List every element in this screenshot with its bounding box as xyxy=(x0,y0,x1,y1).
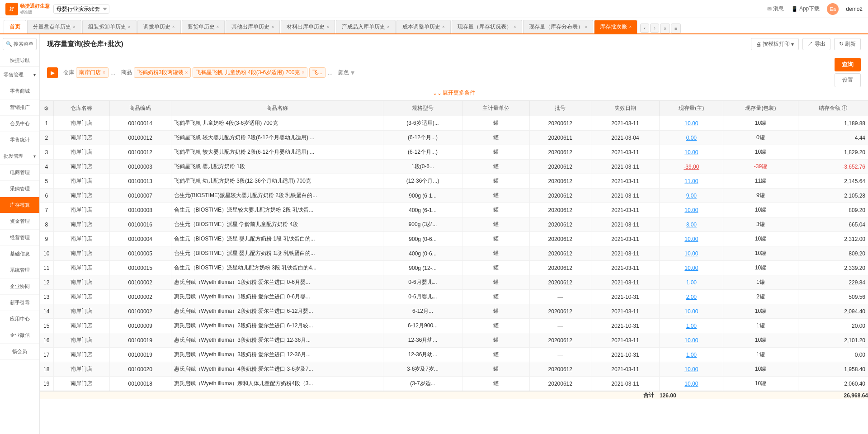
row-qty-main[interactable]: 2.00 xyxy=(660,290,723,304)
close-icon[interactable]: × xyxy=(585,24,588,29)
sidebar-item-jing-ying[interactable]: 经营管理 xyxy=(0,230,39,246)
settings-button[interactable]: 设置 xyxy=(835,73,861,87)
nav-prev-button[interactable]: ‹ xyxy=(640,24,649,33)
more-warehouses-button[interactable]: … xyxy=(110,70,116,76)
sidebar-item-chang-hui[interactable]: 畅会员 xyxy=(0,344,39,360)
nav-next-button[interactable]: › xyxy=(650,24,659,33)
sidebar-item-ling-shou[interactable]: 零售管理 ▾ xyxy=(0,67,39,83)
row-qty-pkg: 2罐 xyxy=(723,290,798,304)
row-qty-main[interactable]: 10.00 xyxy=(660,304,723,319)
tab-xian-cun-ku[interactable]: 现存量（库存状况表） × xyxy=(452,20,522,33)
product-tag-2[interactable]: 飞鹤星飞帆 儿童奶粉 4段(3-6岁适用) 700克 × xyxy=(193,67,307,78)
message-button[interactable]: ✉ 消息 xyxy=(767,5,784,13)
row-qty-main[interactable]: 1.00 xyxy=(660,319,723,333)
filter-expand-left-button[interactable]: ▶ xyxy=(47,67,58,78)
nav-close-all-button[interactable]: × xyxy=(660,24,670,33)
row-qty-main[interactable]: 10.00 xyxy=(660,246,723,261)
row-qty-main[interactable]: 10.00 xyxy=(660,377,723,392)
remove-product-icon[interactable]: × xyxy=(302,70,304,75)
quick-nav-button[interactable]: 快捷导航 xyxy=(0,54,39,67)
sidebar-search-section: 🔍 搜索菜单 xyxy=(0,34,39,54)
app-download-button[interactable]: 📱 App下载 xyxy=(791,5,820,13)
close-icon[interactable]: × xyxy=(442,24,445,29)
close-icon[interactable]: × xyxy=(217,24,219,29)
remove-warehouse-icon[interactable]: × xyxy=(103,70,105,75)
sidebar-item-ling-shou-shang[interactable]: 零售商城 xyxy=(0,83,39,99)
row-qty-main[interactable]: 10.00 xyxy=(660,145,723,160)
product-tag-1[interactable]: 飞鹤奶粉3段两罐装 × xyxy=(134,67,191,78)
tab-fen-piao[interactable]: 分量盘点单历史 × xyxy=(27,20,81,33)
close-icon[interactable]: × xyxy=(326,24,329,29)
sidebar-item-ling-shou-tong[interactable]: 零售统计 xyxy=(0,132,39,148)
sidebar-item-xi-tong[interactable]: 系统管理 xyxy=(0,262,39,278)
sidebar-item-ku-cun[interactable]: 库存核算 xyxy=(0,197,39,213)
nav-menu-button[interactable]: ≡ xyxy=(671,24,681,33)
top-bar: 好 畅捷通好生意 标准版 母婴行业演示账套 ✉ 消息 📱 App下载 Ea de… xyxy=(0,0,868,18)
tab-qi-ta-chu[interactable]: 其他出库单历史 × xyxy=(226,20,280,33)
tab-chan-pin-ru[interactable]: 产成品入库单历史 × xyxy=(336,20,396,33)
row-warehouse: 南岸门店 xyxy=(53,290,110,304)
row-qty-main[interactable]: 3.00 xyxy=(660,217,723,232)
sidebar-item-cai-gou[interactable]: 采购管理 xyxy=(0,181,39,197)
sidebar-item-ying-yong[interactable]: 应用中心 xyxy=(0,311,39,327)
tab-cheng-ben[interactable]: 成本调整单历史 × xyxy=(396,20,451,33)
col-amount: 结存金额 ⓘ xyxy=(798,101,868,116)
col-code: 商品编码 xyxy=(110,101,171,116)
row-unit: 罐 xyxy=(462,377,530,392)
more-products-button[interactable]: … xyxy=(327,70,333,76)
sidebar-item-hui-yuan[interactable]: 会员中心 xyxy=(0,116,39,132)
tab-home[interactable]: 首页 xyxy=(4,20,26,33)
sidebar-item-ji-chu[interactable]: 基础信息 xyxy=(0,246,39,262)
close-icon[interactable]: × xyxy=(271,24,274,29)
color-expand-icon[interactable]: ▾ xyxy=(351,68,354,77)
row-qty-main[interactable]: 11.00 xyxy=(660,174,723,189)
row-qty-main[interactable]: 1.00 xyxy=(660,348,723,362)
row-qty-main[interactable]: 10.00 xyxy=(660,116,723,131)
tab-yao-huo[interactable]: 要货单历史 × xyxy=(182,20,225,33)
tab-tiao-bo[interactable]: 调拨单历史 × xyxy=(137,20,181,33)
warehouse-tag[interactable]: 南岸门店 × xyxy=(76,67,108,78)
row-qty-main[interactable]: 1.00 xyxy=(660,275,723,290)
row-qty-pkg: -39罐 xyxy=(723,160,798,174)
col-settings[interactable]: ⚙ xyxy=(40,101,53,116)
export-button[interactable]: ↗ 导出 xyxy=(802,38,830,50)
row-qty-main[interactable]: 9.00 xyxy=(660,189,723,203)
tab-cai-liao-chu[interactable]: 材料出库单历史 × xyxy=(281,20,335,33)
row-qty-main[interactable]: -39.00 xyxy=(660,160,723,174)
row-qty-main[interactable]: 0.00 xyxy=(660,131,723,145)
close-icon[interactable]: × xyxy=(172,24,175,29)
query-button[interactable]: 查询 xyxy=(835,58,861,71)
company-select[interactable]: 母婴行业演示账套 xyxy=(53,5,109,14)
tab-zu-zhuang[interactable]: 组装拆卸单历史 × xyxy=(82,20,137,33)
search-menu-button[interactable]: 🔍 搜索菜单 xyxy=(3,38,37,50)
avatar[interactable]: Ea xyxy=(827,3,839,15)
row-qty-main[interactable]: 10.00 xyxy=(660,203,723,217)
sidebar-item-ying-xiao[interactable]: 营销推广 xyxy=(0,99,39,116)
row-qty-main[interactable]: 10.00 xyxy=(660,333,723,348)
row-expire: 2021-03-11 xyxy=(591,261,660,275)
row-qty-main[interactable]: 10.00 xyxy=(660,232,723,246)
close-icon[interactable]: × xyxy=(73,24,75,29)
sidebar-item-pi-fa[interactable]: 批发管理 ▾ xyxy=(0,148,39,165)
sidebar-item-qi-ye-wei[interactable]: 企业微信 xyxy=(0,327,39,344)
sidebar-item-zi-jin[interactable]: 资金管理 xyxy=(0,213,39,230)
sidebar-item-qi-ye[interactable]: 企业协同 xyxy=(0,278,39,295)
product-tag-3[interactable]: 飞... xyxy=(309,67,326,78)
sidebar-item-xin-shou[interactable]: 新手引导 xyxy=(0,295,39,311)
close-icon[interactable]: × xyxy=(629,24,632,29)
print-button[interactable]: 🖨 按模板打印 ▾ xyxy=(751,38,799,50)
close-icon[interactable]: × xyxy=(387,24,390,29)
close-icon[interactable]: × xyxy=(128,24,131,29)
tab-xian-cun-fen[interactable]: 现存量（库存分布表） × xyxy=(523,20,594,33)
nav-tabs: 首页 分量盘点单历史 × 组装拆卸单历史 × 调拨单历史 × 要货单历史 × 其… xyxy=(0,18,868,34)
tab-ku-cun-pi[interactable]: 库存批次账 × xyxy=(594,20,637,33)
remove-product-icon[interactable]: × xyxy=(185,70,188,75)
close-icon[interactable]: × xyxy=(514,24,516,29)
row-qty-pkg: 10罐 xyxy=(723,304,798,319)
sidebar-item-dian-shang[interactable]: 电商管理 xyxy=(0,165,39,181)
refresh-button[interactable]: ↻ 刷新 xyxy=(834,38,861,50)
avatar-label: Ea xyxy=(830,6,836,12)
row-qty-main[interactable]: 10.00 xyxy=(660,362,723,377)
expand-more-conditions-button[interactable]: ⌄⌄ 展开更多条件 xyxy=(47,89,861,97)
row-qty-main[interactable]: 10.00 xyxy=(660,261,723,275)
